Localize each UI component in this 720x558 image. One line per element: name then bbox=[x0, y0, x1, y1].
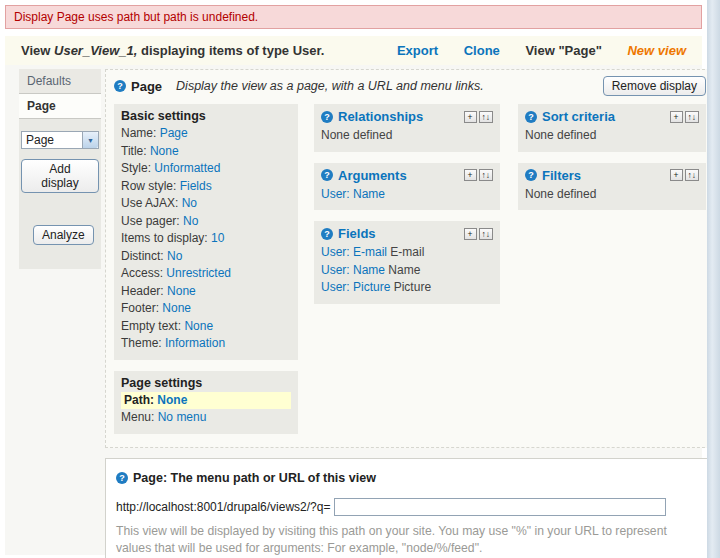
add-icon[interactable]: + bbox=[670, 111, 683, 123]
relationships-empty-text: None defined bbox=[321, 127, 493, 145]
view-header-links: Export Clone View "Page" New view bbox=[375, 43, 686, 58]
setting-value-link[interactable]: None bbox=[184, 319, 213, 333]
add-icon[interactable]: + bbox=[464, 228, 477, 240]
view-title: View User_View_1, displaying items of ty… bbox=[21, 43, 325, 58]
error-message-text: Display Page uses path but path is undef… bbox=[14, 10, 258, 24]
column-middle: ? Relationships + ↑↓ None defined bbox=[314, 104, 500, 315]
setting-row-name: Name: Page bbox=[121, 125, 291, 143]
field-label: E-mail bbox=[390, 245, 424, 259]
setting-row-title: Title: None bbox=[121, 143, 291, 161]
setting-value-link[interactable]: Unformatted bbox=[154, 161, 220, 175]
setting-row-style: Style: Unformatted bbox=[121, 160, 291, 178]
field-link[interactable]: User: E-mail bbox=[321, 245, 387, 259]
view-page-link[interactable]: View "Page" bbox=[525, 43, 601, 58]
setting-value-link[interactable]: None bbox=[162, 301, 191, 315]
arguments-title[interactable]: Arguments bbox=[338, 168, 464, 183]
argument-item: User: Name bbox=[321, 186, 493, 204]
rearrange-icon[interactable]: ↑↓ bbox=[685, 169, 700, 181]
setting-value-link[interactable]: Unrestricted bbox=[166, 266, 231, 280]
setting-value-link[interactable]: No bbox=[182, 196, 197, 210]
relationships-actions: + ↑↓ bbox=[464, 111, 494, 123]
help-icon[interactable]: ? bbox=[321, 111, 333, 123]
field-label: Picture bbox=[394, 280, 431, 294]
filters-empty-text: None defined bbox=[525, 186, 699, 204]
setting-value-link[interactable]: No bbox=[183, 214, 198, 228]
setting-value-link[interactable]: Information bbox=[165, 336, 225, 350]
path-input[interactable] bbox=[334, 498, 666, 516]
help-icon[interactable]: ? bbox=[321, 169, 333, 181]
clone-link[interactable]: Clone bbox=[464, 43, 500, 58]
tab-defaults[interactable]: Defaults bbox=[19, 69, 101, 94]
help-icon[interactable]: ? bbox=[525, 169, 537, 181]
menu-value-link[interactable]: No menu bbox=[158, 410, 207, 424]
view-title-prefix: View bbox=[21, 43, 54, 58]
remove-display-button[interactable]: Remove display bbox=[603, 76, 706, 96]
settings-columns: Basic settings Name: Page Title: None St… bbox=[114, 104, 706, 445]
argument-link[interactable]: User: Name bbox=[321, 187, 385, 201]
sort-criteria-box: ? Sort criteria + ↑↓ None defined bbox=[518, 104, 706, 152]
path-setting-row: Path: None bbox=[121, 392, 291, 410]
help-icon[interactable]: ? bbox=[116, 472, 128, 484]
display-settings-main: ? Page Display the view as a page, with … bbox=[105, 69, 715, 558]
display-type-select-value: Page bbox=[22, 132, 82, 148]
filters-actions: + ↑↓ bbox=[670, 169, 700, 181]
filters-box: ? Filters + ↑↓ None defined bbox=[518, 163, 706, 211]
display-panel-description: Display the view as a page, with a URL a… bbox=[176, 79, 603, 93]
fields-actions: + ↑↓ bbox=[464, 228, 494, 240]
help-icon[interactable]: ? bbox=[114, 80, 126, 92]
setting-value-link[interactable]: Page bbox=[160, 126, 188, 140]
column-right: ? Sort criteria + ↑↓ None defined bbox=[518, 104, 706, 221]
help-icon[interactable]: ? bbox=[525, 111, 537, 123]
setting-row-use-ajax: Use AJAX: No bbox=[121, 195, 291, 213]
add-icon[interactable]: + bbox=[464, 169, 477, 181]
relationships-box: ? Relationships + ↑↓ None defined bbox=[314, 104, 500, 152]
rearrange-icon[interactable]: ↑↓ bbox=[479, 169, 494, 181]
window-edge-strip bbox=[707, 0, 720, 558]
setting-value-link[interactable]: No bbox=[167, 249, 182, 263]
display-panel-header: ? Page Display the view as a page, with … bbox=[114, 76, 706, 96]
setting-value-link[interactable]: 10 bbox=[211, 231, 224, 245]
setting-value-link[interactable]: None bbox=[150, 144, 179, 158]
setting-row-footer: Footer: None bbox=[121, 300, 291, 318]
field-link[interactable]: User: Picture bbox=[321, 280, 390, 294]
relationships-header: ? Relationships + ↑↓ bbox=[321, 109, 493, 124]
field-link[interactable]: User: Name bbox=[321, 263, 385, 277]
sort-criteria-header: ? Sort criteria + ↑↓ bbox=[525, 109, 699, 124]
field-item: User: Name Name bbox=[321, 262, 493, 280]
chevron-down-icon: ▼ bbox=[82, 132, 98, 148]
setting-value-link[interactable]: None bbox=[167, 284, 196, 298]
rearrange-icon[interactable]: ↑↓ bbox=[685, 111, 700, 123]
export-link[interactable]: Export bbox=[397, 43, 438, 58]
workspace: Defaults Page Page ▼ Add display Analyze… bbox=[5, 65, 702, 555]
basic-settings-title: Basic settings bbox=[121, 109, 291, 123]
add-icon[interactable]: + bbox=[670, 169, 683, 181]
new-view-link[interactable]: New view bbox=[627, 43, 686, 58]
display-panel: ? Page Display the view as a page, with … bbox=[105, 69, 715, 448]
fields-title[interactable]: Fields bbox=[338, 226, 464, 241]
setting-row-row-style: Row style: Fields bbox=[121, 178, 291, 196]
display-type-select[interactable]: Page ▼ bbox=[21, 131, 99, 149]
add-icon[interactable]: + bbox=[464, 111, 477, 123]
fields-header: ? Fields + ↑↓ bbox=[321, 226, 493, 241]
setting-row-theme: Theme: Information bbox=[121, 335, 291, 353]
analyze-button[interactable]: Analyze bbox=[33, 225, 94, 245]
setting-row-access: Access: Unrestricted bbox=[121, 265, 291, 283]
relationships-title[interactable]: Relationships bbox=[338, 109, 464, 124]
page-settings-box: Page settings Path: None Menu: No menu bbox=[114, 371, 298, 434]
setting-value-link[interactable]: Fields bbox=[180, 179, 212, 193]
add-display-button[interactable]: Add display bbox=[21, 159, 99, 193]
sort-criteria-actions: + ↑↓ bbox=[670, 111, 700, 123]
path-form-title-row: ? Page: The menu path or URL of this vie… bbox=[116, 471, 704, 485]
rearrange-icon[interactable]: ↑↓ bbox=[479, 228, 494, 240]
view-header-bar: View User_View_1, displaying items of ty… bbox=[5, 36, 702, 65]
view-title-suffix: displaying items of type User. bbox=[137, 43, 324, 58]
sort-criteria-title[interactable]: Sort criteria bbox=[542, 109, 670, 124]
filters-title[interactable]: Filters bbox=[542, 168, 670, 183]
help-icon[interactable]: ? bbox=[321, 228, 333, 240]
tab-page[interactable]: Page bbox=[19, 94, 101, 119]
display-sidebar: Defaults Page Page ▼ Add display Analyze bbox=[19, 69, 101, 269]
menu-setting-row: Menu: No menu bbox=[121, 409, 291, 427]
rearrange-icon[interactable]: ↑↓ bbox=[479, 111, 494, 123]
path-value-link[interactable]: None bbox=[157, 393, 187, 407]
field-item: User: E-mail E-mail bbox=[321, 244, 493, 262]
